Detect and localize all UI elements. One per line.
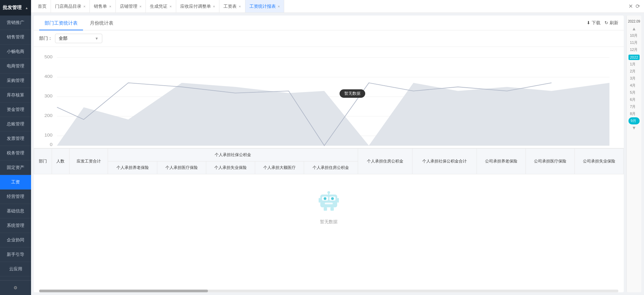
svg-rect-19 xyxy=(319,198,320,203)
tab-店铺管理[interactable]: 店铺管理× xyxy=(116,0,146,13)
svg-text:300: 300 xyxy=(44,93,52,98)
page-main: 部门工资统计表月份统计表 ⬇ 下载 ↻ 刷新 部门： 全部 ▼ xyxy=(34,16,624,292)
svg-rect-21 xyxy=(324,207,327,211)
sub-tabs: 部门工资统计表月份统计表 xyxy=(39,16,120,30)
timeline-items: 10月11月12月20221月2月3月4月5月6月7月8月9月 xyxy=(628,32,639,124)
tab-refresh-icon[interactable]: ⟳ xyxy=(636,3,640,9)
timeline-month-4月[interactable]: 4月 xyxy=(628,82,639,89)
timeline-month-3月[interactable]: 3月 xyxy=(628,75,639,82)
chart-svg: 500 400 300 200 100 0 xyxy=(39,50,618,148)
timeline-month-1月[interactable]: 1月 xyxy=(628,61,639,68)
sidebar-item-发票管理[interactable]: 发票管理 xyxy=(0,131,31,146)
timeline-month-8月[interactable]: 8月 xyxy=(628,110,639,117)
tab-应收应付调整单[interactable]: 应收应付调整单× xyxy=(176,0,219,13)
table-section[interactable]: 部门 人数 应发工资合计 个人承担社保公积金 个人承担住房公积金 个人承担社保公… xyxy=(34,148,624,290)
sidebar-item-小畅电商[interactable]: 小畅电商 xyxy=(0,45,31,59)
department-select[interactable]: 全部 ▼ xyxy=(55,34,102,43)
svg-rect-20 xyxy=(337,198,339,203)
svg-point-16 xyxy=(324,197,326,200)
tab-门店商品目录[interactable]: 门店商品目录× xyxy=(51,0,90,13)
sidebar-item-基础信息[interactable]: 基础信息 xyxy=(0,204,31,218)
sidebar-item-营销推广[interactable]: 营销推广 xyxy=(0,16,31,30)
sub-tab-部门工资统计表[interactable]: 部门工资统计表 xyxy=(39,16,83,30)
sidebar-item-经营管理[interactable]: 经营管理 xyxy=(0,189,31,204)
refresh-icon: ↻ xyxy=(605,20,608,25)
sidebar-item-系统管理[interactable]: 系统管理 xyxy=(0,218,31,233)
sidebar-item-电商管理[interactable]: 电商管理 xyxy=(0,59,31,73)
tab-close-门店商品目录[interactable]: × xyxy=(83,4,85,8)
tab-工资统计报表[interactable]: 工资统计报表× xyxy=(245,0,284,13)
svg-text:500: 500 xyxy=(44,54,52,59)
timeline-month-10月[interactable]: 10月 xyxy=(628,32,639,39)
sidebar-item-销售管理[interactable]: 销售管理 xyxy=(0,30,31,45)
sidebar-settings-button[interactable]: ⚙ xyxy=(0,280,31,295)
timeline-month-2月[interactable]: 2月 xyxy=(628,68,639,75)
sub-tab-月份统计表[interactable]: 月份统计表 xyxy=(84,16,119,30)
sidebar-item-新手引导[interactable]: 新手引导 xyxy=(0,247,31,262)
sidebar-item-云应用[interactable]: 云应用 xyxy=(0,262,31,276)
tab-close-应收应付调整单[interactable]: × xyxy=(213,4,215,8)
chevron-down-icon: ▼ xyxy=(95,36,99,40)
timeline-month-12月[interactable]: 12月 xyxy=(628,46,639,53)
filter-row: 部门： 全部 ▼ xyxy=(34,30,624,47)
col-personal-unemployment: 个人承担失业保险 xyxy=(206,161,255,174)
scrollbar-thumb[interactable] xyxy=(39,290,208,292)
timeline-year-2022[interactable]: 2022 xyxy=(628,55,639,60)
svg-point-17 xyxy=(331,197,334,200)
tab-销售单[interactable]: 销售单× xyxy=(90,0,115,13)
tab-close-all-icon[interactable]: ✕ xyxy=(628,3,633,9)
col-company-pension: 个人承担社保公积金合计 xyxy=(412,149,477,174)
download-button[interactable]: ⬇ 下载 xyxy=(587,20,600,26)
svg-point-23 xyxy=(327,191,330,194)
timeline-month-7月[interactable]: 7月 xyxy=(628,103,639,110)
col-company-other: 公司承担失业保险 xyxy=(574,149,623,174)
timeline-month-6月[interactable]: 6月 xyxy=(628,96,639,103)
horizontal-scrollbar[interactable] xyxy=(39,290,618,292)
timeline-panel: 2022.09 ▲ 10月11月12月20221月2月3月4月5月6月7月8月9… xyxy=(626,16,641,292)
col-group-personal: 个人承担社保公积金 xyxy=(108,149,358,161)
tab-close-工资表[interactable]: × xyxy=(239,4,241,8)
sidebar-item-工资[interactable]: 工资 xyxy=(0,175,31,189)
sidebar-item-采购管理[interactable]: 采购管理 xyxy=(0,73,31,88)
sidebar-collapse-icon[interactable]: ▲ xyxy=(25,6,28,10)
content-area: 部门工资统计表月份统计表 ⬇ 下载 ↻ 刷新 部门： 全部 ▼ xyxy=(31,13,644,295)
empty-icon xyxy=(315,188,342,215)
timeline-month-9月[interactable]: 9月 xyxy=(628,117,639,124)
sidebar-item-税务管理[interactable]: 税务管理 xyxy=(0,146,31,160)
col-headcount: 人数 xyxy=(52,149,70,174)
svg-rect-13 xyxy=(320,195,337,207)
tab-bar-end: ✕ ⟳ xyxy=(626,3,641,9)
empty-state: 暂无数据 xyxy=(34,174,624,238)
timeline-month-11月[interactable]: 11月 xyxy=(628,39,639,46)
svg-text:100: 100 xyxy=(44,132,52,138)
sidebar-header[interactable]: 批发管理 ▲ xyxy=(0,0,31,16)
timeline-nav-up[interactable]: ▲ xyxy=(631,25,637,32)
sidebar-item-资金管理[interactable]: 资金管理 xyxy=(0,102,31,117)
download-icon: ⬇ xyxy=(587,20,590,25)
col-company-medical: 公司承担养老保险 xyxy=(477,149,526,174)
tab-工资表[interactable]: 工资表× xyxy=(219,0,245,13)
svg-rect-22 xyxy=(330,207,334,211)
settings-icon: ⚙ xyxy=(14,285,18,290)
tab-close-生成凭证[interactable]: × xyxy=(169,4,171,8)
tab-首页[interactable]: 首页 xyxy=(34,0,51,13)
sidebar-item-库存核算[interactable]: 库存核算 xyxy=(0,88,31,102)
tab-bar: 首页门店商品目录×销售单×店铺管理×生成凭证×应收应付调整单×工资表×工资统计报… xyxy=(31,0,644,13)
svg-marker-12 xyxy=(57,83,610,146)
sidebar-item-企业协同[interactable]: 企业协同 xyxy=(0,233,31,247)
timeline-month-5月[interactable]: 5月 xyxy=(628,89,639,96)
col-personal-pension: 个人承担养老保险 xyxy=(108,161,157,174)
sidebar-item-总账管理[interactable]: 总账管理 xyxy=(0,117,31,131)
sub-tab-bar: 部门工资统计表月份统计表 ⬇ 下载 ↻ 刷新 xyxy=(34,16,624,30)
sidebar-item-固定资产[interactable]: 固定资产 xyxy=(0,160,31,175)
timeline-nav-down[interactable]: ▼ xyxy=(631,124,637,131)
tab-close-工资统计报表[interactable]: × xyxy=(278,4,280,8)
col-personal-major-medical: 个人承担大额医疗 xyxy=(255,161,304,174)
refresh-button[interactable]: ↻ 刷新 xyxy=(605,20,618,26)
tab-close-销售单[interactable]: × xyxy=(109,4,111,8)
svg-rect-18 xyxy=(325,203,333,204)
chart-area: 500 400 300 200 100 0 xyxy=(34,47,624,148)
main-area: 首页门店商品目录×销售单×店铺管理×生成凭证×应收应付调整单×工资表×工资统计报… xyxy=(31,0,644,295)
tab-生成凭证[interactable]: 生成凭证× xyxy=(146,0,176,13)
tab-close-店铺管理[interactable]: × xyxy=(139,4,141,8)
